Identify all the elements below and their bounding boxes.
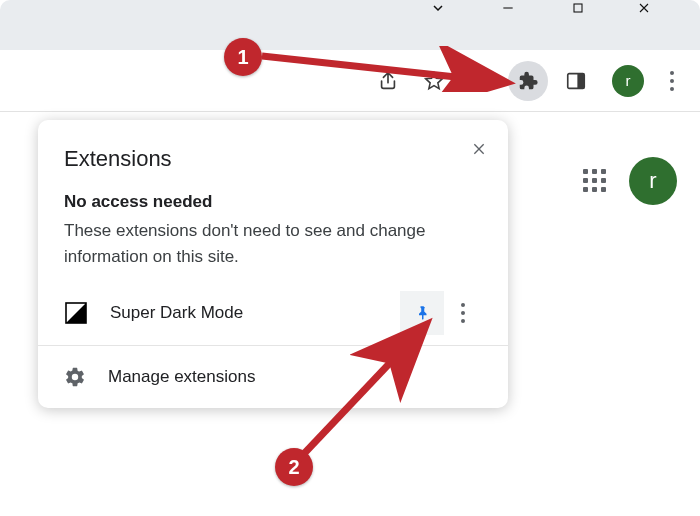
share-icon — [377, 70, 399, 92]
section-heading: No access needed — [64, 192, 482, 212]
svg-rect-1 — [574, 4, 582, 12]
popup-close-button[interactable] — [464, 134, 494, 164]
section-description: These extensions don't need to see and c… — [64, 218, 482, 269]
svg-rect-4 — [577, 73, 584, 88]
extension-row: Super Dark Mode — [64, 285, 482, 341]
maximize-button[interactable] — [570, 0, 622, 38]
dark-mode-extension-icon — [64, 301, 88, 325]
chevron-down-icon — [430, 0, 446, 16]
profile-avatar-button[interactable]: r — [612, 65, 644, 97]
avatar-letter: r — [649, 168, 656, 194]
avatar-letter: r — [626, 72, 631, 89]
annotation-badge-1: 1 — [224, 38, 262, 76]
extensions-popup: Extensions No access needed These extens… — [38, 120, 508, 408]
tab-search-button[interactable] — [430, 0, 482, 38]
minimize-button[interactable] — [500, 0, 552, 38]
google-apps-button[interactable] — [577, 163, 611, 197]
pin-extension-button[interactable] — [400, 291, 444, 335]
pin-icon — [413, 304, 431, 322]
extension-name: Super Dark Mode — [110, 303, 400, 323]
manage-extensions-button[interactable]: Manage extensions — [38, 346, 508, 408]
kebab-icon — [670, 71, 674, 91]
side-panel-icon — [565, 70, 587, 92]
minimize-icon — [500, 0, 516, 16]
extension-icon — [64, 301, 88, 325]
browser-menu-button[interactable] — [652, 61, 692, 101]
apps-grid-icon — [583, 169, 606, 192]
pinned-extension-button[interactable] — [460, 61, 500, 101]
popup-title: Extensions — [64, 146, 482, 172]
browser-toolbar: r — [0, 50, 700, 112]
manage-extensions-label: Manage extensions — [108, 367, 255, 387]
close-icon — [636, 0, 652, 16]
extensions-button[interactable] — [508, 61, 548, 101]
star-icon — [423, 70, 445, 92]
bookmark-button[interactable] — [414, 61, 454, 101]
gear-icon — [64, 366, 86, 388]
kebab-icon — [461, 303, 465, 323]
dark-mode-extension-icon — [469, 70, 491, 92]
extension-options-button[interactable] — [444, 291, 482, 335]
share-button[interactable] — [368, 61, 408, 101]
window-title-bar — [0, 0, 700, 50]
annotation-badge-2: 2 — [275, 448, 313, 486]
maximize-icon — [570, 0, 586, 16]
puzzle-icon — [517, 70, 539, 92]
account-avatar-button[interactable]: r — [629, 157, 677, 205]
side-panel-button[interactable] — [556, 61, 596, 101]
close-window-button[interactable] — [636, 0, 688, 38]
close-icon — [471, 141, 487, 157]
